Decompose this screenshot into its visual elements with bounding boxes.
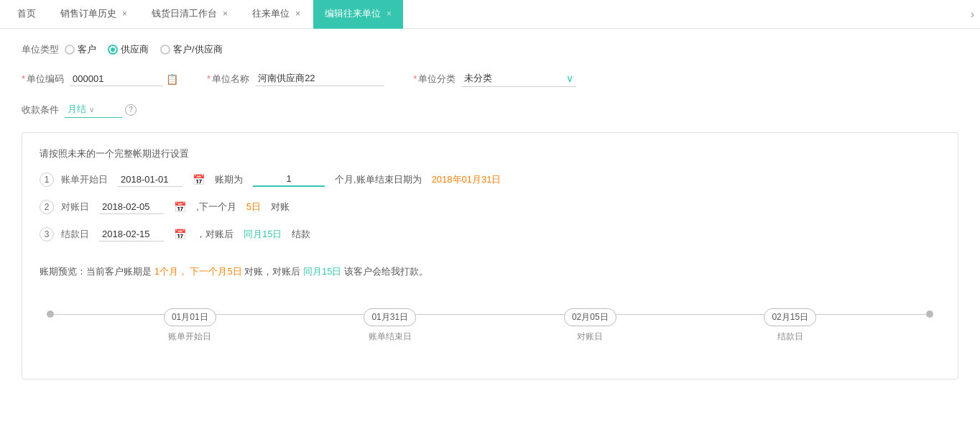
- unit-type-label: 单位类型: [22, 43, 59, 56]
- tab-edit-partner[interactable]: 编辑往来单位 ×: [313, 0, 403, 29]
- payment-condition-label: 收款条件: [22, 104, 59, 116]
- unit-name-group: * 单位名称: [207, 72, 384, 86]
- radio-customer-label: 客户: [78, 43, 96, 56]
- tab-partner-units[interactable]: 往来单位 ×: [241, 0, 312, 29]
- unit-category-label: 单位分类: [418, 73, 456, 86]
- payment-date[interactable]: [99, 227, 164, 242]
- tab-scroll-arrow[interactable]: ›: [971, 8, 974, 21]
- payment-suffix: 结款: [292, 228, 310, 241]
- period-months-suffix: 个月,账单结束日期为: [335, 173, 422, 186]
- node-pill-2: 01月31日: [364, 308, 416, 326]
- unit-code-input[interactable]: [70, 72, 163, 86]
- unit-category-star: *: [413, 73, 417, 84]
- row-num-1: 1: [40, 172, 54, 187]
- unit-category-value: 未分类: [464, 72, 560, 85]
- preview-next-month: 下一个月5日: [190, 266, 241, 277]
- unit-info-row: * 单位编码 📋 * 单位名称 * 单位分类 未分类 ∨: [22, 70, 958, 87]
- preview-text: 账期预览：当前客户账期是 1个月， 下一个月5日 对账，对账后 同月15日 该客…: [40, 263, 940, 280]
- preview-end: 该客户会给我打款。: [344, 266, 428, 277]
- unit-category-chevron: ∨: [566, 73, 573, 84]
- radio-both[interactable]: 客户/供应商: [160, 43, 223, 56]
- section-instruction: 请按照未来的一个完整帐期进行设置: [40, 147, 940, 160]
- radio-customer[interactable]: 客户: [65, 43, 96, 56]
- unit-code-icon[interactable]: 📋: [166, 73, 178, 85]
- timeline-node-1: 01月01日 账单开始日: [164, 308, 216, 343]
- tab-home[interactable]: 首页: [6, 0, 47, 29]
- bill-start-cal[interactable]: 📅: [193, 174, 205, 185]
- bill-start-label: 账单开始日: [61, 173, 108, 186]
- payment-cal[interactable]: 📅: [174, 229, 186, 240]
- tab-home-label: 首页: [17, 7, 36, 20]
- radio-both-label: 客户/供应商: [173, 43, 223, 56]
- unit-name-star: *: [207, 73, 211, 84]
- period-months-input[interactable]: [253, 172, 325, 187]
- reconcile-cal[interactable]: 📅: [174, 201, 186, 213]
- tabs-bar: 首页 销售订单历史 × 钱货日清工作台 × 往来单位 × 编辑往来单位 × ›: [0, 0, 980, 29]
- tab-cash-ledger[interactable]: 钱货日清工作台 ×: [140, 0, 239, 29]
- tab-edit-partner-close[interactable]: ×: [387, 9, 392, 19]
- period-for-label: 账期为: [215, 173, 243, 186]
- tab-cash-ledger-close[interactable]: ×: [223, 9, 228, 19]
- timeline-node-3: 02月05日 对账日: [564, 308, 616, 343]
- row-num-2: 2: [40, 200, 54, 214]
- payment-condition-dropdown[interactable]: 月结 ∨: [65, 101, 122, 118]
- unit-type-radio-group: 客户 供应商 客户/供应商: [65, 43, 223, 56]
- tab-partner-units-label: 往来单位: [252, 7, 290, 20]
- unit-category-select[interactable]: 未分类 ∨: [461, 70, 576, 87]
- preview-same-month: 同月15日: [303, 266, 341, 277]
- payment-prefix: ，对账后: [196, 228, 234, 241]
- reconcile-label: 对账日: [61, 201, 89, 213]
- period-row-1: 1 账单开始日 📅 账期为 个月,账单结束日期为 2018年01月31日: [40, 172, 940, 187]
- radio-customer-circle: [65, 45, 75, 55]
- reconcile-highlight: 5日: [246, 201, 261, 213]
- unit-category-group: * 单位分类 未分类 ∨: [413, 70, 576, 87]
- tab-partner-units-close[interactable]: ×: [295, 9, 300, 19]
- preview-mid: 对账，对账后: [244, 266, 300, 277]
- timeline: 01月01日 账单开始日 01月31日 账单结束日 02月05日 对账日 02月…: [47, 294, 933, 364]
- radio-supplier-label: 供应商: [121, 43, 149, 56]
- period-settings-section: 请按照未来的一个完整帐期进行设置 1 账单开始日 📅 账期为 个月,账单结束日期…: [22, 132, 958, 380]
- unit-code-group: * 单位编码 📋: [22, 72, 178, 86]
- payment-condition-row: 收款条件 月结 ∨ ?: [22, 101, 958, 118]
- bill-end-date: 2018年01月31日: [432, 173, 501, 186]
- unit-code-label: 单位编码: [27, 73, 64, 86]
- help-icon[interactable]: ?: [125, 104, 137, 116]
- radio-supplier[interactable]: 供应商: [108, 43, 149, 56]
- tab-cash-ledger-label: 钱货日清工作台: [152, 7, 217, 20]
- node-pill-3: 02月05日: [564, 308, 616, 326]
- node-pill-4: 02月15日: [764, 308, 816, 326]
- timeline-node-2: 01月31日 账单结束日: [364, 308, 416, 343]
- period-row-2: 2 对账日 📅 ,下一个月5日 对账: [40, 200, 940, 214]
- payment-condition-value: 月结: [68, 103, 86, 116]
- payment-condition-arrow: ∨: [89, 106, 94, 114]
- unit-name-input[interactable]: [255, 72, 384, 86]
- node-label-2: 账单结束日: [369, 331, 412, 343]
- payment-highlight: 同月15日: [244, 228, 282, 241]
- timeline-node-4: 02月15日 结款日: [764, 308, 816, 343]
- tab-sales-history-label: 销售订单历史: [60, 7, 116, 20]
- bill-start-date[interactable]: [118, 172, 182, 187]
- main-content: 单位类型 客户 供应商 客户/供应商 * 单位编码 📋: [0, 29, 980, 437]
- unit-type-row: 单位类型 客户 供应商 客户/供应商: [22, 43, 958, 56]
- tab-sales-history[interactable]: 销售订单历史 ×: [49, 0, 139, 29]
- preview-section: 账期预览：当前客户账期是 1个月， 下一个月5日 对账，对账后 同月15日 该客…: [40, 254, 940, 364]
- timeline-nodes: 01月01日 账单开始日 01月31日 账单结束日 02月05日 对账日 02月…: [47, 308, 933, 343]
- payment-label: 结款日: [61, 228, 89, 241]
- reconcile-prefix: ,下一个月: [196, 201, 236, 213]
- radio-supplier-dot: [111, 47, 115, 52]
- unit-code-star: *: [22, 73, 25, 84]
- tab-sales-history-close[interactable]: ×: [122, 9, 127, 19]
- preview-period: 1个月，: [154, 266, 188, 277]
- reconcile-suffix: 对账: [271, 201, 290, 213]
- reconcile-date[interactable]: [99, 200, 164, 214]
- preview-label: 账期预览：当前客户账期是: [40, 266, 152, 277]
- radio-supplier-circle: [108, 45, 118, 55]
- node-label-4: 结款日: [777, 331, 803, 343]
- tab-edit-partner-label: 编辑往来单位: [325, 7, 381, 20]
- node-label-1: 账单开始日: [168, 331, 211, 343]
- row-num-3: 3: [40, 227, 54, 242]
- period-row-3: 3 结款日 📅 ，对账后 同月15日 结款: [40, 227, 940, 242]
- node-pill-1: 01月01日: [164, 308, 216, 326]
- unit-name-label: 单位名称: [212, 73, 249, 86]
- node-label-3: 对账日: [577, 331, 603, 343]
